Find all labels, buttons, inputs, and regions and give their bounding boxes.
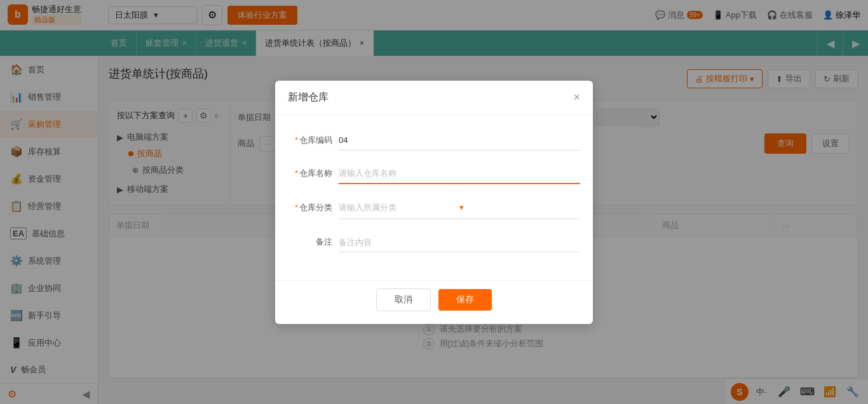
code-label: 仓库编码: [288, 135, 339, 146]
modal-body: 仓库编码 仓库名称 仓库分类 请输入所属分类 ▾ 备注: [275, 115, 593, 280]
note-label: 备注: [288, 236, 339, 248]
modal-new-warehouse: 新增仓库 × 仓库编码 仓库名称 仓库分类 请输入所属分类 ▾: [275, 81, 593, 324]
modal-header: 新增仓库 ×: [275, 81, 593, 115]
form-row-code: 仓库编码: [288, 130, 580, 151]
modal-title: 新增仓库: [288, 91, 329, 104]
form-row-category: 仓库分类 请输入所属分类 ▾: [288, 197, 580, 219]
code-input[interactable]: [339, 130, 580, 151]
category-selector[interactable]: 请输入所属分类 ▾: [339, 197, 580, 219]
modal-overlay[interactable]: 新增仓库 × 仓库编码 仓库名称 仓库分类 请输入所属分类 ▾: [0, 0, 868, 404]
cancel-button[interactable]: 取消: [376, 288, 431, 311]
form-row-note: 备注: [288, 232, 580, 252]
chevron-down-icon: ▾: [459, 203, 580, 212]
category-label: 仓库分类: [288, 202, 339, 213]
note-input[interactable]: [339, 232, 580, 252]
save-button[interactable]: 保存: [438, 289, 492, 311]
name-label: 仓库名称: [288, 168, 339, 179]
name-input[interactable]: [339, 163, 580, 184]
category-placeholder: 请输入所属分类: [339, 202, 459, 213]
modal-footer: 取消 保存: [275, 280, 593, 324]
modal-close-button[interactable]: ×: [573, 91, 580, 104]
form-row-name: 仓库名称: [288, 163, 580, 184]
